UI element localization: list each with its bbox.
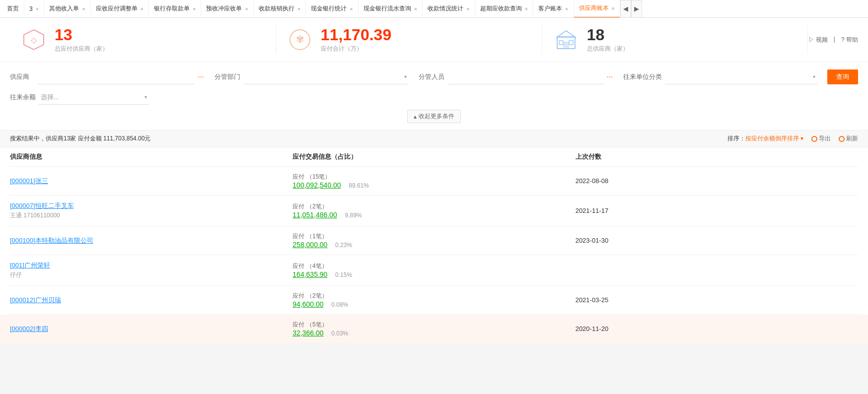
trans-info: 应付 （2笔） 11,051,486.00 9.89% xyxy=(292,202,575,219)
close-icon[interactable]: × xyxy=(612,5,615,11)
filter-person: 分管人员 ··· xyxy=(419,69,613,84)
balance-select[interactable]: 选择... xyxy=(39,89,149,104)
nav-tab-bank-deposit[interactable]: 银行存取款单 × xyxy=(149,0,201,18)
amount-link[interactable]: 94,600.00 xyxy=(292,300,323,308)
filter-row-2: 往来余额 选择... ▾ xyxy=(10,89,858,105)
close-icon[interactable]: × xyxy=(350,6,353,12)
last-pay-col: 2020-11-20 xyxy=(576,325,858,332)
result-summary: 搜索结果中，供应商13家 应付金额 111,703,854.00元 xyxy=(10,134,150,143)
svg-text:◇: ◇ xyxy=(31,36,37,44)
svg-text:✾: ✾ xyxy=(295,34,304,45)
last-pay-col: 2022-08-08 xyxy=(576,177,858,185)
amount-link[interactable]: 11,051,486.00 xyxy=(292,211,337,219)
close-icon[interactable]: × xyxy=(525,6,528,12)
dept-select[interactable] xyxy=(243,69,409,84)
supplier-info: [000002]李四 xyxy=(10,325,292,333)
sort-label: 排序：按应付余额倒序排序 ▾ xyxy=(727,134,803,143)
last-pay-col: 2021-03-25 xyxy=(576,296,858,304)
filter-balance: 往来余额 选择... ▾ xyxy=(10,89,149,105)
amount-link[interactable]: 258,000.00 xyxy=(292,241,327,249)
close-icon[interactable]: × xyxy=(414,6,417,12)
supplier-input[interactable] xyxy=(38,69,195,84)
svg-rect-5 xyxy=(563,42,569,49)
supplier-sub: 仔仔 xyxy=(10,271,292,279)
supplier-link[interactable]: [000001]张三 xyxy=(10,177,292,186)
shop-icon xyxy=(552,26,580,54)
filter-supplier: 供应商 ··· xyxy=(10,69,205,84)
chevron-up-icon: ▴ xyxy=(414,113,417,120)
video-link[interactable]: ▷ 视频 xyxy=(808,36,828,44)
supplier-link[interactable]: [000100]本特勒油品有限公司 xyxy=(10,236,292,245)
supplier-link[interactable]: [000002]李四 xyxy=(10,325,292,333)
card1-text: 13 总应付供应商（家） xyxy=(55,27,108,53)
svg-rect-7 xyxy=(569,41,573,45)
close-icon[interactable]: × xyxy=(36,6,39,12)
refresh-radio-icon xyxy=(839,136,845,142)
trans-info: 应付 （1笔） 258,000.00 0.23% xyxy=(292,232,575,249)
close-icon[interactable]: × xyxy=(297,6,300,12)
close-icon[interactable]: × xyxy=(82,6,85,12)
supplier-link[interactable]: [000007]恒旺二手叉车 xyxy=(10,201,292,210)
nav-tab-customer-book[interactable]: 客户账本 × xyxy=(533,0,574,18)
close-icon[interactable]: × xyxy=(193,6,196,12)
close-icon[interactable]: × xyxy=(565,6,568,12)
nav-tab-pre-collect[interactable]: 预收冲应收单 × xyxy=(201,0,253,18)
top-right-links: ▷ 视频 | ? 帮助 xyxy=(808,36,859,44)
table-container: 供应商信息 应付交易信息（占比） 上次付数 [000001]张三 应付 （15笔… xyxy=(0,147,868,343)
filter-area: 供应商 ··· 分管部门 ▾ 分管人员 ··· xyxy=(0,62,868,131)
person-more-btn[interactable]: ··· xyxy=(606,72,613,81)
supplier-more-btn[interactable]: ··· xyxy=(198,72,204,81)
nav-tab-overdue[interactable]: 超期应收款查询 × xyxy=(475,0,533,18)
dept-label: 分管部门 xyxy=(215,72,240,81)
col-header-supplier: 供应商信息 xyxy=(10,152,292,161)
close-icon[interactable]: × xyxy=(466,6,469,12)
nav-tab-receipt-stat[interactable]: 收款情况统计 × xyxy=(423,0,475,18)
nav-tab-other-income[interactable]: 其他收入单 × xyxy=(44,0,90,18)
unit-type-select[interactable] xyxy=(665,69,818,84)
table-row: [000100]本特勒油品有限公司 应付 （1笔） 258,000.00 0.2… xyxy=(10,226,858,255)
nav-tab-3[interactable]: 3 × xyxy=(24,0,44,18)
balance-select-wrapper: 选择... ▾ xyxy=(39,89,149,105)
help-link[interactable]: ? 帮助 xyxy=(841,36,858,44)
supplier-link[interactable]: [000012]广州贝瑞 xyxy=(10,296,292,305)
table-row: [000007]恒旺二手叉车 王通 17106110000 应付 （2笔） 11… xyxy=(10,196,858,226)
filter-unit-type: 往来单位分类 ▾ xyxy=(623,69,818,84)
last-pay-col: 2023-01-30 xyxy=(576,237,858,244)
unit-type-label: 往来单位分类 xyxy=(623,72,662,81)
filter-row-1: 供应商 ··· 分管部门 ▾ 分管人员 ··· xyxy=(10,69,858,84)
supplier-info: [000001]张三 xyxy=(10,177,292,186)
nav-tab-supplier-book[interactable]: 供应商账本 × xyxy=(574,0,620,18)
supplier-sub: 王通 17106110000 xyxy=(10,211,292,220)
table-row: [000001]张三 应付 （15笔） 100,092,540.00 89.61… xyxy=(10,167,858,196)
nav-left-arrow[interactable]: ◀ xyxy=(620,0,631,18)
amount-link[interactable]: 32,366.00 xyxy=(292,329,323,337)
trans-info: 应付 （15笔） 100,092,540.00 89.61% xyxy=(292,173,575,189)
amount-link[interactable]: 164,635.90 xyxy=(292,270,327,278)
nav-tab-cash-bank-stat[interactable]: 现金银行统计 × xyxy=(306,0,358,18)
close-icon[interactable]: × xyxy=(141,6,144,12)
unit-type-select-wrapper: ▾ xyxy=(665,69,818,84)
video-icon: ▷ xyxy=(808,36,814,43)
amount-link[interactable]: 100,092,540.00 xyxy=(292,181,341,189)
card2-label: 应付合计（万） xyxy=(321,45,391,53)
supplier-label: 供应商 xyxy=(10,72,35,81)
nav-tab-adjust[interactable]: 应收应付调整单 × xyxy=(91,0,149,18)
person-label: 分管人员 xyxy=(419,72,444,81)
export-btn[interactable]: 导出 xyxy=(811,134,831,143)
sort-option[interactable]: 按应付余额倒序排序 ▾ xyxy=(745,135,803,142)
card2-text: 11,170.39 应付合计（万） xyxy=(321,27,391,53)
card1-number: 13 xyxy=(55,27,108,43)
nav-tab-home[interactable]: 首页 xyxy=(2,0,24,18)
result-bar: 搜索结果中，供应商13家 应付金额 111,703,854.00元 排序：按应付… xyxy=(0,131,868,147)
col-header-lastpay: 上次付数 xyxy=(576,152,858,161)
collapse-btn[interactable]: ▴ 收起更多条件 xyxy=(407,110,461,123)
card3-text: 18 总供应商（家） xyxy=(587,27,629,53)
supplier-link[interactable]: [001]广州荣轩 xyxy=(10,261,292,270)
nav-tab-receipt-exec[interactable]: 收款核销执行 × xyxy=(254,0,306,18)
refresh-btn[interactable]: 刷新 xyxy=(839,134,858,143)
person-input[interactable] xyxy=(447,69,603,84)
search-button[interactable]: 查询 xyxy=(827,69,858,84)
close-icon[interactable]: × xyxy=(245,6,248,12)
nav-tab-cash-flow[interactable]: 现金银行流水查询 × xyxy=(359,0,423,18)
nav-right-arrow[interactable]: ▶ xyxy=(631,0,642,18)
